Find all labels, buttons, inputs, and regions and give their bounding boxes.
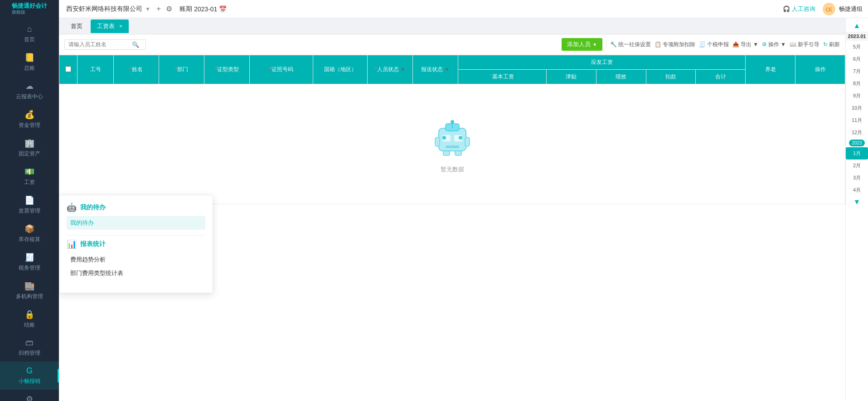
close-book-icon: 🔒: [24, 309, 34, 319]
export-label: 导出: [741, 41, 752, 48]
empty-text: 暂无数据: [441, 165, 464, 174]
deduct-action[interactable]: 📋 专项附加扣除: [655, 41, 695, 48]
popup-section-report: 📊 报表统计 费用趋势分析 部门费用类型统计表: [67, 239, 205, 280]
tab-close-button[interactable]: ×: [119, 23, 122, 29]
company-selector[interactable]: 西安虾米网络科技有限公司 ▼: [66, 5, 150, 13]
month-item-10[interactable]: 10月: [846, 102, 868, 114]
service-link[interactable]: 🎧 人工咨询: [783, 5, 815, 13]
month-item-3[interactable]: 3月: [846, 172, 868, 184]
operation-icon: ⚙: [762, 41, 767, 48]
svg-rect-12: [465, 137, 470, 146]
tab-home[interactable]: 首页: [64, 19, 89, 33]
dept-required: *: [175, 66, 177, 72]
svg-point-8: [442, 136, 446, 140]
col-subsidy-header: 津贴: [546, 70, 596, 84]
popup-item-trend[interactable]: 费用趋势分析: [67, 253, 205, 266]
col-performance-header: 绩效: [596, 70, 646, 84]
period-info: 账期 2023-01 📅: [179, 5, 227, 13]
idnum-required: *: [269, 66, 272, 72]
sidebar-item-fixed[interactable]: 🏢 固定资产: [0, 134, 59, 162]
sidebar-item-tax[interactable]: 🧾 税务管理: [0, 248, 59, 276]
top-right: 🎧 人工咨询 CE 畅捷通组: [783, 3, 863, 15]
col-dept-header: *部门: [159, 55, 204, 84]
add-button[interactable]: ＋: [155, 4, 162, 14]
year-badge-2023: 2023: [849, 140, 864, 146]
col-number-header: 工号: [78, 55, 114, 84]
report-filter-icon[interactable]: ▼: [445, 67, 450, 72]
mytodo-label: 我的待办: [70, 219, 94, 226]
avatar: CE: [823, 3, 835, 15]
sidebar-item-xiaochang[interactable]: G 小畅报销: [0, 362, 59, 390]
sidebar-item-multi[interactable]: 🏬 多机构管理: [0, 276, 59, 305]
tab-home-label: 首页: [71, 22, 82, 30]
popup-item-mytodo[interactable]: 我的待办: [67, 216, 205, 230]
guide-action-icon: 📖: [790, 41, 796, 48]
sidebar: ⌂ 首页 📒 总账 ☁ 云报表中心 💰 资金管理 🏢 固定资产 💵 工资 📄 发…: [0, 18, 59, 401]
month-item-5[interactable]: 5月: [846, 41, 868, 53]
month-item-12[interactable]: 12月: [846, 126, 868, 139]
sidebar-item-archive[interactable]: 🗃 归档管理: [0, 333, 59, 362]
social-action[interactable]: 🔧 统一社保设置: [610, 41, 651, 48]
month-item-8[interactable]: 8月: [846, 77, 868, 90]
tab-salary-label: 工资表: [97, 22, 115, 30]
month-item-6[interactable]: 6月: [846, 53, 868, 65]
export-arrow: ▼: [753, 41, 758, 48]
service-label: 人工咨询: [792, 5, 815, 13]
search-wrap: 🔍: [64, 39, 146, 50]
perstatus-filter-icon[interactable]: ▼: [400, 67, 405, 72]
col-deduction-header: 扣款: [646, 70, 696, 84]
year-2023-01-label: 2023.01: [846, 32, 868, 41]
sidebar-item-fund[interactable]: 💰 资金管理: [0, 105, 59, 134]
month-item-2[interactable]: 2月: [846, 159, 868, 172]
operation-label: 操作: [768, 41, 779, 48]
empty-cell: 暂无数据: [59, 84, 845, 204]
add-person-dropdown-arrow: ▼: [592, 42, 597, 47]
operation-action[interactable]: ⚙ 操作 ▼: [762, 41, 786, 48]
empty-icon: [430, 115, 475, 160]
refresh-label: 刷新: [829, 41, 840, 48]
deduct-icon: 📋: [655, 41, 661, 48]
tab-salary[interactable]: 工资表 ×: [91, 19, 129, 33]
add-person-button[interactable]: 添加人员 ▼: [562, 38, 602, 51]
sidebar-item-close[interactable]: 🔒 结账: [0, 305, 59, 333]
settings-button[interactable]: ⚙: [166, 5, 172, 13]
export-action[interactable]: 📤 导出 ▼: [732, 41, 758, 48]
svg-text:CE: CE: [826, 7, 832, 12]
select-all-checkbox[interactable]: [65, 66, 71, 72]
month-item-4[interactable]: 4月: [846, 184, 868, 196]
guide-action[interactable]: 📖 新手引导: [790, 41, 820, 48]
tax-action[interactable]: 🧾 个税申报: [699, 41, 729, 48]
month-item-1-active[interactable]: 1月: [846, 147, 868, 159]
headset-icon: 🎧: [783, 5, 790, 12]
username: 畅捷通组: [839, 5, 863, 13]
popup-item-dept[interactable]: 部门费用类型统计表: [67, 266, 205, 280]
sidebar-item-inventory[interactable]: 📦 库存核算: [0, 219, 59, 248]
month-item-11[interactable]: 11月: [846, 114, 868, 126]
sidebar-item-home[interactable]: ⌂ 首页: [0, 20, 59, 48]
col-region-header: 国籍（地区）: [313, 55, 368, 84]
ledger-icon: 📒: [24, 53, 34, 63]
sidebar-item-salary[interactable]: 💵 工资: [0, 162, 59, 191]
col-perstatus-header: *人员状态 ▼: [368, 55, 413, 84]
sidebar-item-ledger[interactable]: 📒 总账: [0, 48, 59, 77]
svg-point-9: [459, 136, 462, 140]
svg-rect-13: [443, 151, 450, 155]
sidebar-item-cloud[interactable]: ☁ 云报表中心: [0, 77, 59, 105]
todo-section-icon: 🤖: [67, 203, 77, 213]
calendar-icon[interactable]: 📅: [219, 5, 227, 13]
month-item-9[interactable]: 9月: [846, 90, 868, 102]
user-info[interactable]: CE 畅捷通组: [823, 3, 863, 15]
month-item-7[interactable]: 7月: [846, 65, 868, 77]
month-nav-down[interactable]: ▼: [853, 196, 861, 208]
refresh-action[interactable]: ↻ 刷新: [823, 41, 840, 48]
sidebar-item-basic[interactable]: ⚙ 基础设置: [0, 390, 59, 401]
search-input[interactable]: [68, 41, 132, 48]
app-name: 畅捷通好会计: [12, 2, 47, 10]
col-basic-salary-header: *基本工资: [458, 70, 547, 84]
export-icon: 📤: [732, 41, 739, 48]
month-nav-up[interactable]: ▲: [853, 20, 861, 32]
period-label: 账期: [179, 5, 192, 13]
svg-rect-14: [455, 151, 461, 155]
perstatus-required: *: [375, 66, 377, 72]
sidebar-item-invoice[interactable]: 📄 发票管理: [0, 191, 59, 219]
